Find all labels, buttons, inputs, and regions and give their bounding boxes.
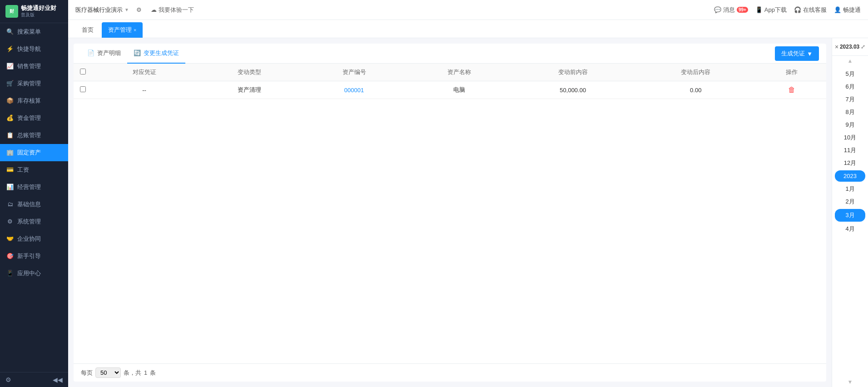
tab-home[interactable]: 首页 xyxy=(75,22,100,38)
sub-tabs: 📄 资产明细 🔄 变更生成凭证 生成凭证 ▼ xyxy=(74,44,826,64)
header-checkbox-cell xyxy=(74,64,92,81)
generate-voucher-label: 生成凭证 xyxy=(781,50,805,58)
change-voucher-icon: 🔄 xyxy=(134,50,141,56)
logo-text: 畅捷通好业财 xyxy=(21,5,56,12)
sidebar-item-basic-info[interactable]: 🗂基础信息 xyxy=(0,196,68,213)
row-after-change: 0.00 xyxy=(635,81,758,99)
nav-label-salary: 工资 xyxy=(17,166,29,174)
app-download-btn[interactable]: 📱 App下载 xyxy=(755,6,787,14)
experience-btn[interactable]: ☁ 我要体验一下 xyxy=(151,6,194,14)
sidebar-item-enterprise[interactable]: 🤝企业协同 xyxy=(0,230,68,248)
search-menu-label: 搜索菜单 xyxy=(17,28,41,36)
search-icon: 🔍 xyxy=(6,28,14,35)
tab-close-icon[interactable]: × xyxy=(134,27,136,33)
date-month-item[interactable]: 10月 xyxy=(832,131,868,144)
generate-voucher-btn[interactable]: 生成凭证 ▼ xyxy=(775,46,819,61)
nav-label-purchase: 采购管理 xyxy=(17,79,41,88)
experience-label: 我要体验一下 xyxy=(159,6,194,14)
header-right: 💬 消息 99+ 📱 App下载 🎧 在线客服 👤 畅捷通 xyxy=(714,6,861,14)
tab-asset-mgmt[interactable]: 资产管理 × xyxy=(102,22,143,38)
date-scroll-up[interactable]: ▲ xyxy=(832,56,868,66)
row-checkbox[interactable] xyxy=(80,86,86,92)
date-month-item[interactable]: 9月 xyxy=(832,119,868,131)
sidebar-item-salary[interactable]: 💳工资 xyxy=(0,161,68,179)
select-all-checkbox[interactable] xyxy=(80,69,86,74)
date-year-label[interactable]: 2023 xyxy=(835,170,865,182)
nav-icon-guide: 🎯 xyxy=(6,253,14,260)
date-month-item[interactable]: 7月 xyxy=(832,93,868,106)
sidebar-item-fixed-assets[interactable]: 🏢固定资产 xyxy=(0,144,68,161)
sidebar-item-app-center[interactable]: 📱应用中心 xyxy=(0,265,68,282)
date-month-item[interactable]: 4月 xyxy=(832,223,868,235)
date-panel-year: 2023.03 xyxy=(840,42,859,52)
sidebar-item-quick-nav[interactable]: ⚡快捷导航 xyxy=(0,40,68,58)
settings-icon[interactable]: ⚙ xyxy=(5,376,11,383)
per-page-select[interactable]: 50 10 20 100 xyxy=(95,367,121,378)
sidebar: 财 畅捷通好业财 普及版 🔍 搜索菜单 ⚡快捷导航📈销售管理🛒采购管理📦库存核算… xyxy=(0,0,68,387)
online-service-btn[interactable]: 🎧 在线客服 xyxy=(794,6,827,14)
user-menu[interactable]: 👤 畅捷通 xyxy=(834,6,861,14)
nav-icon-salary: 💳 xyxy=(6,166,14,174)
company-dropdown-arrow: ▼ xyxy=(124,7,129,12)
table-head: 对应凭证 变动类型 资产编号 资产名称 变动前内容 变动后内容 操作 xyxy=(74,64,826,81)
nav-label-ledger: 总账管理 xyxy=(17,131,41,139)
sub-tab-asset-detail[interactable]: 📄 资产明细 xyxy=(81,44,127,64)
date-month-item[interactable]: 1月 xyxy=(832,183,868,195)
date-month-item[interactable]: 8月 xyxy=(832,106,868,119)
sidebar-item-ledger[interactable]: 📋总账管理 xyxy=(0,127,68,144)
company-selector[interactable]: 医疗器械行业演示 ▼ xyxy=(75,6,129,14)
date-panel-close-btn[interactable]: × xyxy=(835,43,838,50)
sidebar-item-sales[interactable]: 📈销售管理 xyxy=(0,58,68,75)
nav-label-app-center: 应用中心 xyxy=(17,269,41,278)
nav-label-inventory: 库存核算 xyxy=(17,97,41,105)
date-month-item[interactable]: 12月 xyxy=(832,157,868,169)
nav-label-system: 系统管理 xyxy=(17,218,41,226)
user-avatar-icon: 👤 xyxy=(834,6,841,13)
collapse-icon[interactable]: ◀◀ xyxy=(53,376,63,383)
row-operation: 🗑 xyxy=(757,81,826,99)
date-panel-header: × 2023.03 ⤢ xyxy=(832,38,868,56)
search-menu[interactable]: 🔍 搜索菜单 xyxy=(0,23,68,40)
sidebar-item-system[interactable]: ⚙系统管理 xyxy=(0,213,68,230)
row-asset-name: 电脑 xyxy=(407,81,511,99)
table-header-row: 对应凭证 变动类型 资产编号 资产名称 变动前内容 变动后内容 操作 xyxy=(74,64,826,81)
header-settings-icon[interactable]: ⚙ xyxy=(136,6,142,13)
generate-dropdown-arrow: ▼ xyxy=(807,50,813,57)
nav-icon-fixed-assets: 🏢 xyxy=(6,149,14,156)
sidebar-item-inventory[interactable]: 📦库存核算 xyxy=(0,92,68,109)
nav-icon-funds: 💰 xyxy=(6,114,14,122)
sidebar-item-operations[interactable]: 📊经营管理 xyxy=(0,179,68,196)
asset-detail-label: 资产明细 xyxy=(97,49,121,57)
header-change-type: 变动类型 xyxy=(197,64,302,81)
nav-icon-quick-nav: ⚡ xyxy=(6,45,14,53)
header-voucher: 对应凭证 xyxy=(92,64,197,81)
total-suffix: 条 xyxy=(150,369,156,377)
per-page-label: 每页 xyxy=(81,369,93,377)
date-panel-items: 5月6月7月8月9月10月11月12月20231月2月3月4月 xyxy=(832,66,868,377)
date-panel-expand-btn[interactable]: ⤢ xyxy=(861,44,865,50)
action-bar: 生成凭证 ▼ xyxy=(775,46,819,61)
sidebar-item-purchase[interactable]: 🛒采购管理 xyxy=(0,75,68,92)
sub-tab-change-voucher[interactable]: 🔄 变更生成凭证 xyxy=(127,44,185,64)
nav-icon-app-center: 📱 xyxy=(6,270,14,277)
date-month-item[interactable]: 11月 xyxy=(832,144,868,157)
row-change-type: 资产清理 xyxy=(197,81,302,99)
sidebar-item-funds[interactable]: 💰资金管理 xyxy=(0,109,68,127)
date-month-item[interactable]: 5月 xyxy=(832,68,868,80)
date-month-item[interactable]: 2月 xyxy=(832,195,868,208)
tab-asset-mgmt-label: 资产管理 xyxy=(108,26,132,34)
messages-btn[interactable]: 💬 消息 99+ xyxy=(714,6,748,14)
sidebar-item-guide[interactable]: 🎯新手引导 xyxy=(0,248,68,265)
row-checkbox-cell xyxy=(74,81,92,99)
nav-icon-sales: 📈 xyxy=(6,63,14,70)
nav-label-quick-nav: 快捷导航 xyxy=(17,45,41,53)
total-count: 1 xyxy=(144,369,147,376)
delete-icon[interactable]: 🗑 xyxy=(788,86,795,94)
table-footer: 每页 50 10 20 100 条，共 1 条 xyxy=(74,363,826,382)
date-scroll-down[interactable]: ▼ xyxy=(832,377,868,387)
date-month-item[interactable]: 3月 xyxy=(835,209,865,222)
row-asset-no: 000001 xyxy=(302,81,407,99)
row-before-change: 50,000.00 xyxy=(511,81,635,99)
header-before-change: 变动前内容 xyxy=(511,64,635,81)
date-month-item[interactable]: 6月 xyxy=(832,80,868,93)
